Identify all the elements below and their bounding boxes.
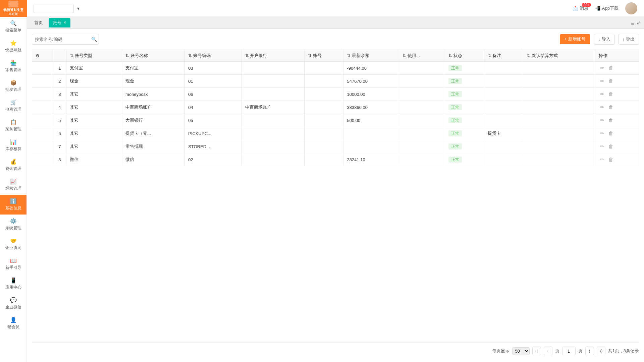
col-num — [53, 50, 66, 62]
sidebar-item-operation[interactable]: 📈 经营管理 — [0, 175, 26, 195]
row-name: 现金 — [122, 75, 185, 88]
header-left: ▾ — [34, 4, 79, 13]
edit-button[interactable]: ✏ — [599, 64, 606, 72]
row-bank — [241, 127, 304, 140]
edit-button[interactable]: ✏ — [599, 117, 606, 124]
guide-icon: 📖 — [10, 257, 17, 264]
row-remark: 提货卡 — [484, 127, 523, 140]
first-page-button[interactable]: ⟨⟨ — [532, 347, 541, 355]
tab-home-label: 首页 — [34, 20, 43, 26]
row-name: 微信 — [122, 153, 185, 166]
page-size-select[interactable]: 50 20 100 — [512, 347, 530, 355]
notification-button[interactable]: 📩 消息 99+ — [573, 5, 588, 11]
row-account — [304, 114, 343, 127]
row-balance: -90444.00 — [343, 62, 399, 75]
pagination-bar: 每页显示 50 20 100 ⟨⟨ ⟨ 页 页 ⟩ ⟩⟩ 共1页，8条记录 — [32, 342, 639, 357]
sidebar-item-label: 快捷导航 — [5, 47, 21, 53]
col-default-payment[interactable]: ⇅ 默认结算方式 — [523, 50, 595, 62]
delete-button[interactable]: 🗑 — [607, 156, 615, 163]
col-bank[interactable]: ⇅ 开户银行 — [241, 50, 304, 62]
row-usage — [399, 114, 445, 127]
sidebar-item-inventory[interactable]: 📊 库存核算 — [0, 135, 26, 155]
table-row: 2 现金 现金 01 547670.00 正常 ✏ 🗑 — [32, 75, 639, 88]
add-account-button[interactable]: + 新增账号 — [560, 34, 590, 44]
delete-button[interactable]: 🗑 — [607, 130, 615, 137]
row-name: moneybosx — [122, 88, 185, 101]
tab-close-icon[interactable]: ✕ — [63, 20, 66, 25]
tab-maximize-button[interactable]: ⤢ — [637, 20, 641, 25]
row-status: 正常 — [445, 153, 484, 166]
sidebar-item-search[interactable]: 🔍 搜索菜单 — [0, 17, 26, 37]
import-button[interactable]: ↓ 导入 — [594, 34, 615, 45]
prev-page-button[interactable]: ⟨ — [544, 347, 552, 355]
search-input[interactable] — [35, 37, 91, 42]
col-status[interactable]: ⇅ 状态 — [445, 50, 484, 62]
page-content: 🔍 + 新增账号 ↓ 导入 ↑ 导出 ⚙ — [27, 29, 644, 362]
next-page-button[interactable]: ⟩ — [585, 347, 594, 355]
delete-button[interactable]: 🗑 — [607, 117, 615, 124]
tab-minimize-button[interactable]: 🗕 — [630, 20, 635, 25]
export-button[interactable]: ↑ 导出 — [618, 34, 639, 45]
row-settings-cell — [32, 62, 53, 75]
app-download-button[interactable]: 📲 App下载 — [595, 5, 619, 11]
sidebar-item-capital[interactable]: 💰 资金管理 — [0, 155, 26, 175]
col-settings: ⚙ — [32, 50, 53, 62]
user-avatar[interactable] — [625, 2, 637, 14]
sidebar-item-wholesale[interactable]: 📦 批发管理 — [0, 76, 26, 96]
delete-button[interactable]: 🗑 — [607, 77, 615, 84]
search-menu-icon: 🔍 — [10, 20, 17, 26]
tab-home[interactable]: 首页 — [30, 18, 47, 27]
sidebar-item-basic[interactable]: ℹ️ 基础信息 — [0, 195, 26, 215]
edit-button[interactable]: ✏ — [599, 104, 606, 111]
row-type: 其它 — [66, 140, 122, 153]
delete-button[interactable]: 🗑 — [607, 90, 615, 98]
sidebar-item-system[interactable]: ⚙️ 系统管理 — [0, 215, 26, 234]
row-type: 其它 — [66, 127, 122, 140]
tab-bar: 首页 账号 ✕ 🗕 ⤢ — [27, 17, 644, 29]
delete-button[interactable]: 🗑 — [607, 104, 615, 111]
status-badge: 正常 — [448, 117, 462, 123]
row-bank — [241, 88, 304, 101]
basic-icon: ℹ️ — [10, 198, 17, 204]
row-bank: 中百商场账户 — [241, 101, 304, 114]
sidebar-item-purchase[interactable]: 📋 采购管理 — [0, 116, 26, 135]
tab-account[interactable]: 账号 ✕ — [49, 18, 70, 27]
edit-button[interactable]: ✏ — [599, 90, 606, 98]
page-number-input[interactable] — [562, 347, 576, 355]
row-status: 正常 — [445, 140, 484, 153]
delete-button[interactable]: 🗑 — [607, 64, 615, 71]
col-code[interactable]: ⇅ 账号编码 — [185, 50, 241, 62]
col-usage[interactable]: ⇅ 使用... — [399, 50, 445, 62]
col-name[interactable]: ⇅ 账号名称 — [122, 50, 185, 62]
header-search-input[interactable] — [34, 4, 74, 13]
edit-button[interactable]: ✏ — [599, 130, 606, 137]
edit-button[interactable]: ✏ — [599, 77, 606, 85]
col-remark[interactable]: ⇅ 备注 — [484, 50, 523, 62]
sidebar-item-wecom[interactable]: 💬 企业微信 — [0, 294, 26, 313]
sidebar-item-enterprise[interactable]: 🤝 企业协同 — [0, 234, 26, 254]
edit-button[interactable]: ✏ — [599, 143, 606, 150]
col-account[interactable]: ⇅ 账号 — [304, 50, 343, 62]
status-badge: 正常 — [448, 91, 462, 97]
sidebar-item-apps[interactable]: 📱 应用中心 — [0, 274, 26, 294]
sidebar-item-guide[interactable]: 📖 新手引导 — [0, 254, 26, 274]
row-status: 正常 — [445, 88, 484, 101]
delete-button[interactable]: 🗑 — [607, 143, 615, 150]
sidebar-item-member[interactable]: 👤 畅会员 — [0, 313, 26, 333]
table-row: 8 微信 微信 02 28241.10 正常 ✏ 🗑 — [32, 153, 639, 166]
retail-icon: 🏪 — [10, 60, 17, 66]
header-dropdown-button[interactable]: ▾ — [77, 6, 79, 11]
row-code: STORED... — [185, 140, 241, 153]
tab-account-label: 账号 — [53, 20, 61, 26]
col-type[interactable]: ⇅ 账号类型 — [66, 50, 122, 62]
row-balance — [343, 127, 399, 140]
last-page-button[interactable]: ⟩⟩ — [597, 347, 605, 355]
edit-button[interactable]: ✏ — [599, 156, 606, 163]
sidebar-item-ecommerce[interactable]: 🛒 电商管理 — [0, 96, 26, 116]
row-bank — [241, 140, 304, 153]
sidebar-item-label: 新手引导 — [5, 265, 21, 270]
col-balance[interactable]: ⇅ 最新余额 — [343, 50, 399, 62]
sidebar-item-retail[interactable]: 🏪 零售管理 — [0, 56, 26, 76]
sidebar-item-quick-nav[interactable]: ⭐ 快捷导航 — [0, 37, 26, 56]
sidebar-item-label: 电商管理 — [5, 107, 21, 112]
